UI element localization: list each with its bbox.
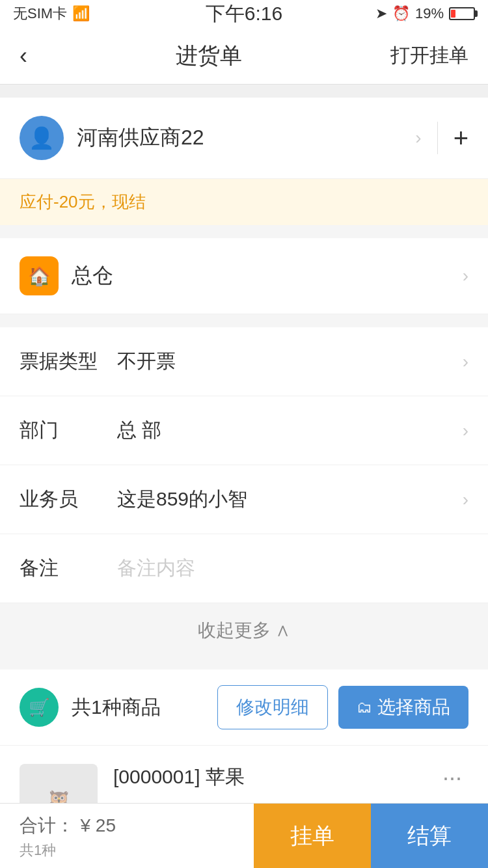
- total-label: 合计：: [20, 815, 74, 835]
- page-title: 进货单: [176, 41, 242, 71]
- invoice-type-row[interactable]: 票据类型 不开票 ›: [0, 327, 488, 396]
- modify-detail-button[interactable]: 修改明细: [217, 685, 328, 729]
- status-left: 无SIM卡 📶: [13, 4, 90, 23]
- hang-order-button[interactable]: 挂单: [254, 804, 371, 869]
- total-amount: 合计： ¥ 25: [20, 811, 234, 838]
- status-right: ➤ ⏰ 19%: [375, 5, 475, 22]
- warehouse-icon: 🏠: [20, 256, 59, 295]
- avatar-icon: 👤: [29, 126, 55, 150]
- warehouse-name: 总仓: [72, 262, 463, 290]
- status-time: 下午6:16: [206, 1, 282, 27]
- invoice-type-arrow-icon: ›: [463, 351, 468, 372]
- open-hang-button[interactable]: 打开挂单: [390, 42, 468, 69]
- cart-icon: 🛒: [29, 698, 49, 718]
- remark-label: 备注: [20, 555, 111, 582]
- salesperson-label: 业务员: [20, 486, 111, 513]
- battery-icon: [449, 7, 475, 20]
- warehouse-arrow-icon: ›: [463, 265, 468, 286]
- alarm-icon: ⏰: [392, 5, 410, 22]
- department-label: 部门: [20, 417, 111, 444]
- checkout-button[interactable]: 结算: [371, 804, 488, 869]
- supplier-avatar: 👤: [20, 116, 64, 160]
- status-bar: 无SIM卡 📶 下午6:16 ➤ ⏰ 19%: [0, 0, 488, 27]
- product-header: 🛒 共1种商品 修改明细 🗂 选择商品: [0, 670, 488, 746]
- select-product-icon: 🗂: [357, 698, 372, 716]
- select-product-label: 选择商品: [377, 695, 450, 720]
- product-name: [0000001] 苹果: [113, 764, 436, 791]
- supplier-arrow-icon: ›: [415, 128, 421, 148]
- form-section: 票据类型 不开票 › 部门 总 部 › 业务员 这是859的小智 › 备注 备注…: [0, 327, 488, 603]
- select-product-button[interactable]: 🗂 选择商品: [338, 686, 468, 729]
- carrier-label: 无SIM卡: [13, 4, 67, 23]
- remark-row[interactable]: 备注 备注内容: [0, 534, 488, 603]
- department-arrow-icon: ›: [463, 420, 468, 441]
- invoice-type-label: 票据类型: [20, 348, 111, 375]
- total-section: 合计： ¥ 25 共1种: [0, 811, 254, 860]
- warehouse-section: 🏠 总仓 ›: [0, 238, 488, 314]
- product-title: 苹果: [206, 766, 245, 787]
- supplier-row[interactable]: 👤 河南供应商22 › +: [0, 98, 488, 179]
- department-row[interactable]: 部门 总 部 ›: [0, 396, 488, 465]
- product-code: [0000001]: [113, 766, 200, 787]
- remark-input[interactable]: 备注内容: [111, 555, 468, 582]
- total-value: ¥ 25: [80, 815, 116, 835]
- department-value: 总 部: [111, 417, 463, 444]
- total-count: 共1种: [20, 841, 234, 860]
- supplier-vertical-divider: [437, 122, 438, 154]
- supplier-section: 👤 河南供应商22 › + 应付-20元，现结: [0, 98, 488, 225]
- debt-notice: 应付-20元，现结: [0, 179, 488, 225]
- product-section-icon: 🛒: [20, 688, 59, 727]
- salesperson-value: 这是859的小智: [111, 486, 463, 513]
- warehouse-row[interactable]: 🏠 总仓 ›: [0, 238, 488, 314]
- divider-1: [0, 85, 488, 98]
- supplier-name: 河南供应商22: [77, 124, 415, 152]
- back-button[interactable]: ‹: [20, 42, 27, 70]
- add-supplier-button[interactable]: +: [454, 124, 468, 153]
- battery-percent: 19%: [415, 5, 444, 22]
- collapse-row[interactable]: 收起更多 ∧: [0, 604, 488, 657]
- wifi-icon: 📶: [72, 5, 90, 22]
- product-count-label: 共1种商品: [72, 694, 217, 721]
- nav-bar: ‹ 进货单 打开挂单: [0, 27, 488, 85]
- location-icon: ➤: [375, 5, 387, 22]
- salesperson-arrow-icon: ›: [463, 489, 468, 510]
- salesperson-row[interactable]: 业务员 这是859的小智 ›: [0, 465, 488, 534]
- invoice-type-value: 不开票: [111, 348, 463, 375]
- bottom-bar: 合计： ¥ 25 共1种 挂单 结算: [0, 803, 488, 868]
- product-more-button[interactable]: ···: [436, 764, 468, 791]
